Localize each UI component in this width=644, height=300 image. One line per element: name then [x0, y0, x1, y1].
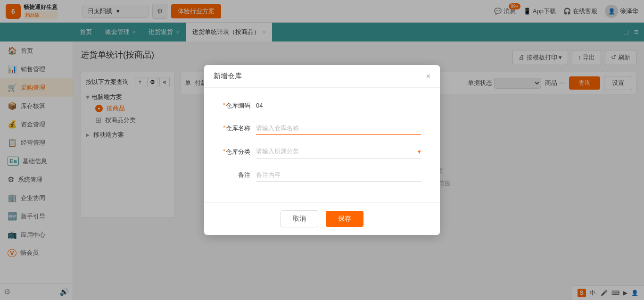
remark-form-item: 备注: [223, 168, 421, 182]
name-label: 仓库名称: [223, 124, 256, 133]
remark-label: 备注: [223, 171, 256, 179]
cancel-button[interactable]: 取消: [281, 210, 318, 227]
code-label: 仓库编码: [223, 101, 256, 110]
code-input[interactable]: [256, 99, 421, 112]
name-input[interactable]: [256, 122, 421, 135]
remark-input[interactable]: [256, 168, 421, 182]
name-form-item: 仓库名称: [223, 122, 421, 135]
category-placeholder: 请输入所属分类: [256, 147, 299, 156]
save-button[interactable]: 保存: [326, 211, 363, 227]
dialog-title: 新增仓库: [214, 72, 242, 81]
category-select[interactable]: 请输入所属分类 ▾: [256, 144, 421, 159]
dialog-footer: 取消 保存: [204, 202, 440, 235]
category-form-item: 仓库分类 请输入所属分类 ▾: [223, 144, 421, 159]
dialog-close-button[interactable]: ×: [426, 72, 430, 81]
code-form-item: 仓库编码: [223, 99, 421, 112]
dialog-overlay: 新增仓库 × 仓库编码 仓库名称 仓库分类 请输入所属分类 ▾: [0, 0, 644, 300]
dialog-header: 新增仓库 ×: [204, 65, 440, 88]
add-warehouse-dialog: 新增仓库 × 仓库编码 仓库名称 仓库分类 请输入所属分类 ▾: [204, 65, 440, 235]
dialog-body: 仓库编码 仓库名称 仓库分类 请输入所属分类 ▾ 备注: [204, 88, 440, 202]
category-label: 仓库分类: [223, 148, 256, 156]
category-chevron-icon: ▾: [418, 148, 421, 155]
